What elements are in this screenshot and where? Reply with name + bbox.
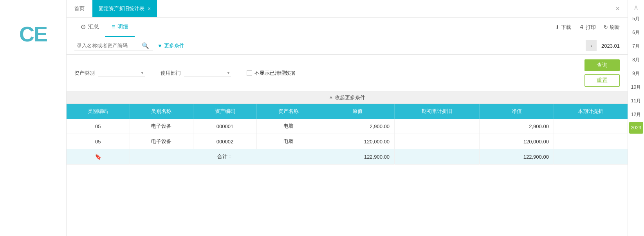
nav-tab-close-icon[interactable]: × bbox=[148, 5, 151, 12]
total-net-value: 122,900.00 bbox=[480, 149, 554, 164]
print-icon: 🖨 bbox=[579, 24, 584, 30]
table-wrap: 类别编码 类别名称 资产编码 资产名称 原值 期初累计折旧 净值 本期计提折 0… bbox=[67, 104, 628, 236]
total-accumulated-depreciation bbox=[395, 149, 480, 164]
col-current-depreciation: 本期计提折 bbox=[554, 104, 628, 119]
table-header-row: 类别编码 类别名称 资产编码 资产名称 原值 期初累计折旧 净值 本期计提折 bbox=[67, 104, 628, 119]
search-input[interactable] bbox=[77, 43, 139, 48]
total-row: 🔖 合计： 122,900.00 122,900.00 bbox=[67, 149, 628, 164]
checkbox-box[interactable] bbox=[247, 70, 252, 76]
refresh-label: 刷新 bbox=[610, 24, 620, 31]
cell-net-value: 2,900.00 bbox=[480, 119, 554, 134]
asset-type-select[interactable] bbox=[98, 69, 145, 77]
month-7[interactable]: 7月 bbox=[629, 40, 643, 53]
search-row: 🔍 ▼ 更多条件 › 2023.01 bbox=[67, 37, 628, 55]
collapse-bar[interactable]: ∧ 收起更多条件 bbox=[67, 92, 628, 104]
col-accumulated-depreciation: 期初累计折旧 bbox=[395, 104, 480, 119]
filter-actions: 查询 重置 bbox=[584, 59, 620, 87]
month-9[interactable]: 9月 bbox=[629, 67, 643, 80]
dept-label: 使用部门 bbox=[161, 70, 181, 77]
nav-tab-label: 固定资产折旧统计表 bbox=[99, 5, 144, 12]
sidebar-logo: CE bbox=[0, 0, 67, 236]
print-button[interactable]: 🖨 打印 bbox=[579, 24, 596, 31]
table-row: 05 电子设备 000002 电脑 120,000.00 120,000.00 bbox=[67, 134, 628, 149]
total-label: 合计： bbox=[130, 149, 320, 164]
cell-asset-name: 电脑 bbox=[257, 134, 320, 149]
cell-category-code: 05 bbox=[67, 119, 130, 134]
print-label: 打印 bbox=[586, 24, 596, 31]
col-category-code: 类别编码 bbox=[67, 104, 130, 119]
search-icon[interactable]: 🔍 bbox=[142, 42, 149, 49]
data-table: 类别编码 类别名称 资产编码 资产名称 原值 期初累计折旧 净值 本期计提折 0… bbox=[67, 104, 628, 164]
dept-select[interactable] bbox=[184, 69, 231, 77]
month-11[interactable]: 11月 bbox=[629, 95, 643, 107]
cell-net-value: 120,000.00 bbox=[480, 134, 554, 149]
cell-asset-name: 电脑 bbox=[257, 119, 320, 134]
cell-category-name: 电子设备 bbox=[130, 134, 193, 149]
year-2023[interactable]: 2023 bbox=[629, 122, 643, 134]
month-5[interactable]: 5月 bbox=[629, 13, 643, 25]
summary-icon: ⊙ bbox=[81, 23, 86, 30]
nav-home[interactable]: 首页 bbox=[67, 0, 92, 17]
top-nav: 首页 固定资产折旧统计表 × × bbox=[67, 0, 628, 18]
logo-text: CE bbox=[19, 23, 47, 45]
cell-accumulated-depreciation bbox=[395, 134, 480, 149]
dept-filter: 使用部门 bbox=[161, 69, 231, 77]
tab-detail-label: 明细 bbox=[117, 23, 128, 30]
hide-cleared-label: 不显示已清理数据 bbox=[254, 70, 295, 77]
col-net-value: 净值 bbox=[480, 104, 554, 119]
total-original-value: 122,900.00 bbox=[320, 149, 395, 164]
cell-current-depreciation bbox=[554, 134, 628, 149]
cell-category-name: 电子设备 bbox=[130, 119, 193, 134]
expand-panel-button[interactable]: › bbox=[586, 40, 597, 51]
cell-current-depreciation bbox=[554, 119, 628, 134]
total-current-depreciation bbox=[554, 149, 628, 164]
main-content: 首页 固定资产折旧统计表 × × ⊙ 汇总 ≡ 明细 ⬇ 下载 🖨 打印 ↻ bbox=[67, 0, 628, 236]
refresh-button[interactable]: ↻ 刷新 bbox=[604, 24, 620, 31]
download-label: 下载 bbox=[561, 24, 571, 31]
filter-label: 更多条件 bbox=[164, 42, 184, 49]
month-12[interactable]: 12月 bbox=[629, 108, 643, 121]
tab-detail[interactable]: ≡ 明细 bbox=[105, 18, 135, 37]
refresh-icon: ↻ bbox=[604, 24, 608, 30]
download-button[interactable]: ⬇ 下载 bbox=[555, 24, 571, 31]
search-input-wrap: 🔍 bbox=[74, 41, 153, 50]
total-icon-cell: 🔖 bbox=[67, 149, 130, 164]
filter-row: 资产类别 使用部门 不显示已清理数据 查询 重置 bbox=[67, 55, 628, 92]
cell-asset-code: 000002 bbox=[193, 134, 256, 149]
query-button[interactable]: 查询 bbox=[584, 59, 620, 71]
collapse-label: ∧ 收起更多条件 bbox=[329, 94, 365, 101]
right-sidebar: ∧ 5月 6月 7月 8月 9月 10月 11月 12月 2023 bbox=[628, 0, 644, 236]
date-indicator: 2023.01 bbox=[601, 43, 620, 49]
cell-original-value: 120,000.00 bbox=[320, 134, 395, 149]
hide-cleared-checkbox[interactable]: 不显示已清理数据 bbox=[247, 70, 295, 77]
cell-category-code: 05 bbox=[67, 134, 130, 149]
window-close-button[interactable]: × bbox=[608, 0, 628, 17]
month-10[interactable]: 10月 bbox=[629, 81, 643, 94]
col-category-name: 类别名称 bbox=[130, 104, 193, 119]
toolbar: ⊙ 汇总 ≡ 明细 ⬇ 下载 🖨 打印 ↻ 刷新 bbox=[67, 18, 628, 37]
asset-type-filter: 资产类别 bbox=[74, 69, 145, 77]
asset-type-label: 资产类别 bbox=[74, 70, 95, 77]
month-6[interactable]: 6月 bbox=[629, 26, 643, 39]
detail-icon: ≡ bbox=[112, 23, 115, 30]
month-8[interactable]: 8月 bbox=[629, 54, 643, 66]
col-original-value: 原值 bbox=[320, 104, 395, 119]
col-asset-name: 资产名称 bbox=[257, 104, 320, 119]
filter-icon: ▼ bbox=[157, 43, 162, 49]
scroll-up-button[interactable]: ∧ bbox=[633, 3, 639, 12]
nav-tab-fixed-assets[interactable]: 固定资产折旧统计表 × bbox=[92, 0, 157, 17]
asset-type-select-wrap bbox=[98, 69, 145, 77]
download-icon: ⬇ bbox=[555, 24, 559, 30]
dept-select-wrap bbox=[184, 69, 231, 77]
tab-summary[interactable]: ⊙ 汇总 bbox=[74, 18, 105, 37]
more-conditions-button[interactable]: ▼ 更多条件 bbox=[157, 42, 184, 49]
toolbar-actions: ⬇ 下载 🖨 打印 ↻ 刷新 bbox=[555, 24, 620, 31]
cell-original-value: 2,900.00 bbox=[320, 119, 395, 134]
tab-summary-label: 汇总 bbox=[88, 23, 99, 30]
col-asset-code: 资产编码 bbox=[193, 104, 256, 119]
cell-asset-code: 000001 bbox=[193, 119, 256, 134]
cell-accumulated-depreciation bbox=[395, 119, 480, 134]
reset-button[interactable]: 重置 bbox=[584, 74, 620, 87]
table-row: 05 电子设备 000001 电脑 2,900.00 2,900.00 bbox=[67, 119, 628, 134]
